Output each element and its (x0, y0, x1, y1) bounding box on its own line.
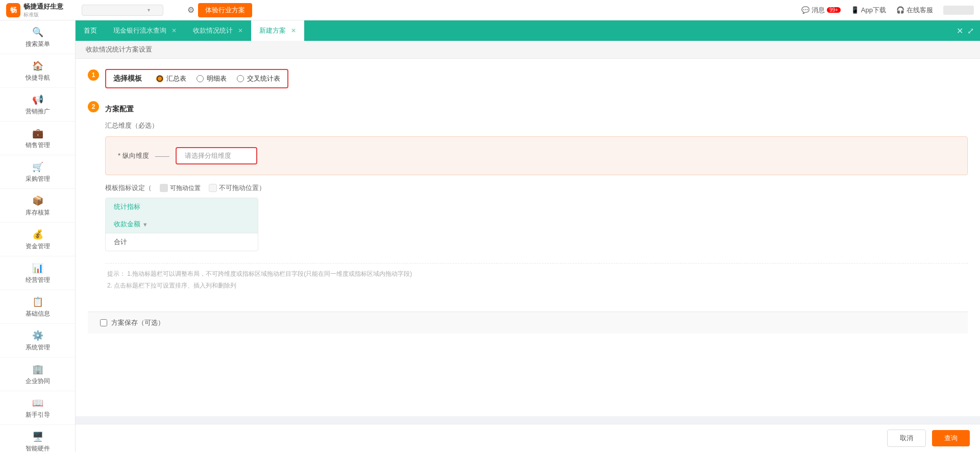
sidebar-item-inventory[interactable]: 📦 库存核算 (0, 189, 75, 223)
non-draggable-badge: 不可拖动位置） (209, 183, 265, 193)
app-edition: 标准版 (23, 11, 63, 18)
system-icon: ⚙️ (32, 330, 43, 341)
non-drag-icon (209, 184, 217, 192)
page-title-bar: 收款情况统计方案设置 (76, 41, 980, 59)
sidebar-item-purchase[interactable]: 🛒 采购管理 (0, 155, 75, 189)
sidebar-item-quicknav[interactable]: 🏠 快捷导航 (0, 54, 75, 88)
online-service-item[interactable]: 🎧 在线客服 (896, 6, 933, 15)
tab-newplan[interactable]: 新建方案 ✕ (251, 20, 304, 41)
dimension-section-title: 汇总维度（必选） (105, 121, 968, 130)
tab-cashflow[interactable]: 现金银行流水查询 ✕ (105, 20, 185, 41)
sidebar-item-enterprise[interactable]: 🏢 企业协同 (0, 358, 75, 391)
bottom-save-bar: 方案保存（可选） (88, 312, 968, 334)
gear-button[interactable]: ⚙ (184, 3, 198, 17)
tab-home[interactable]: 首页 (76, 20, 105, 41)
radio-crosstab[interactable]: 交叉统计表 (237, 74, 280, 83)
sidebar-label-finance: 资金管理 (26, 242, 50, 251)
indicator-amount-header[interactable]: 收款金额 ▾ (106, 216, 155, 233)
sidebar-label-enterprise: 企业协同 (26, 377, 50, 386)
search-icon: 🔍 (32, 27, 43, 38)
app-download-label: App下载 (861, 6, 886, 15)
radio-summary-label: 汇总表 (166, 74, 186, 83)
sidebar-item-sales[interactable]: 💼 销售管理 (0, 122, 75, 155)
top-header: 畅 畅捷通好生意 标准版 ▾ ⚙ 体验行业方案 💬 消息 99+ 📱 App下载… (0, 0, 980, 20)
amount-col-label: 收款金额 (114, 220, 140, 229)
sidebar-item-basics[interactable]: 📋 基础信息 (0, 290, 75, 324)
tab-collection[interactable]: 收款情况统计 ✕ (185, 20, 251, 41)
enterprise-icon: 🏢 (32, 364, 43, 375)
breadcrumb: 收款情况统计方案设置 (86, 45, 152, 53)
radio-detail[interactable]: 明细表 (197, 74, 227, 83)
download-icon: 📱 (851, 6, 859, 14)
radio-detail-input[interactable] (197, 75, 204, 82)
indicator-table-header: 统计指标 (106, 198, 258, 216)
trial-button[interactable]: 体验行业方案 (198, 3, 252, 17)
sidebar-label-operations: 经营管理 (26, 276, 50, 284)
sidebar-item-search[interactable]: 🔍 搜索菜单 (0, 20, 75, 54)
tab-fullscreen-icon[interactable]: ⤢ (967, 26, 974, 36)
indicator-subheader-row: 收款金额 ▾ (106, 216, 258, 233)
indicator-col-header: 统计指标 (106, 198, 149, 216)
tab-cashflow-close[interactable]: ✕ (172, 27, 177, 34)
step1-badge: 1 (88, 69, 99, 81)
sidebar-label-inventory: 库存核算 (26, 208, 50, 217)
dimension-select[interactable]: 请选择分组维度 (176, 147, 257, 164)
search-input-wrap[interactable]: ▾ (82, 5, 163, 16)
step2-content: 方案配置 汇总维度（必选） * 纵向维度 —— 请选择分组维度 (105, 105, 968, 299)
draggable-label: 可拖动位置 (170, 184, 201, 193)
app-name: 畅捷通好生意 (23, 2, 63, 11)
sidebar-item-finance[interactable]: 💰 资金管理 (0, 223, 75, 256)
total-cell: 合计 (106, 233, 135, 251)
notifications-badge: 99+ (827, 7, 841, 13)
sidebar-label-marketing: 营销推广 (26, 107, 50, 116)
cancel-button[interactable]: 取消 (887, 430, 926, 447)
sidebar-label-hardware: 智能硬件 (26, 444, 50, 452)
radio-summary-input[interactable] (156, 75, 163, 82)
sidebar-label-system: 系统管理 (26, 343, 50, 352)
radio-crosstab-input[interactable] (237, 75, 244, 82)
save-label: 方案保存（可选） (111, 318, 164, 327)
amount-expand-icon[interactable]: ▾ (143, 221, 147, 228)
sidebar-label-search: 搜索菜单 (26, 40, 50, 49)
step2-badge: 2 (88, 101, 99, 112)
dimension-placeholder: 请选择分组维度 (185, 152, 231, 159)
step1-content: 选择模板 汇总表 明细表 (105, 69, 968, 88)
step1-section: 1 选择模板 汇总表 明细表 (88, 69, 968, 88)
search-dropdown-icon[interactable]: ▾ (148, 7, 150, 13)
query-button[interactable]: 查询 (932, 430, 970, 446)
tab-collection-close[interactable]: ✕ (238, 27, 243, 34)
non-draggable-label: 不可拖动位置） (219, 183, 265, 193)
search-input[interactable] (86, 7, 148, 14)
indicator-settings: 模板指标设定（ 可拖动位置 不可拖动位置） (105, 183, 968, 253)
tab-collection-label: 收款情况统计 (193, 26, 233, 35)
app-download-item[interactable]: 📱 App下载 (851, 6, 886, 15)
sidebar-item-system[interactable]: ⚙️ 系统管理 (0, 324, 75, 358)
sidebar-item-guide[interactable]: 📖 新手引导 (0, 391, 75, 425)
logo-area: 畅 畅捷通好生意 标准版 (6, 2, 82, 18)
tab-home-label: 首页 (84, 26, 97, 35)
main-layout: 🔍 搜索菜单 🏠 快捷导航 📢 营销推广 💼 销售管理 🛒 采购管理 📦 库存核… (0, 20, 980, 452)
page-content: 收款情况统计方案设置 1 选择模板 汇总表 (76, 41, 980, 424)
drag-indicator-icon (160, 184, 168, 192)
tab-close-all-icon[interactable]: ✕ (957, 26, 963, 36)
radio-summary[interactable]: 汇总表 (156, 74, 186, 83)
tab-newplan-close[interactable]: ✕ (291, 27, 296, 34)
step2-title: 方案配置 (105, 105, 968, 114)
operations-icon: 📊 (32, 263, 43, 274)
tip-item-1: 提示： 1.拖动标题栏可以调整布局，不可跨维度或指标区域拖动栏目字段(只能在同一… (105, 270, 968, 278)
indicator-table: 统计指标 收款金额 ▾ (105, 198, 258, 251)
notifications-item[interactable]: 💬 消息 99+ (801, 6, 841, 15)
guide-icon: 📖 (32, 397, 43, 409)
sidebar-label-sales: 销售管理 (26, 141, 50, 150)
indicator-col-label: 统计指标 (114, 202, 140, 211)
bottom-action-bar: 取消 查询 (76, 424, 980, 452)
sidebar-item-hardware[interactable]: 🖥️ 智能硬件 (0, 425, 75, 452)
hardware-icon: 🖥️ (32, 431, 43, 442)
save-checkbox[interactable] (100, 319, 107, 326)
sidebar-item-operations[interactable]: 📊 经营管理 (0, 256, 75, 290)
online-service-label: 在线客服 (906, 6, 933, 15)
tip-item-2: 2. 点击标题栏下拉可设置排序、插入列和删除列 (105, 281, 968, 290)
page-main: 收款情况统计方案设置 1 选择模板 汇总表 (76, 41, 980, 416)
sidebar-item-marketing[interactable]: 📢 营销推广 (0, 88, 75, 122)
draggable-badge: 可拖动位置 (160, 184, 201, 193)
